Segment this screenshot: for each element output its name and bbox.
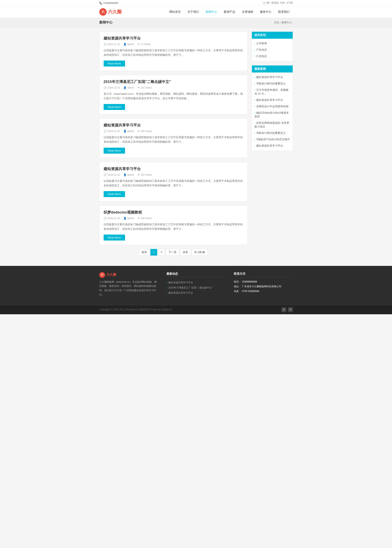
nav-item-news[interactable]: 新闻中心 [202,8,220,15]
footer-latest-1: 建站资源共享学习平台 [167,280,225,285]
user-icon-1: 👤 [123,43,126,46]
latest-link-4[interactable]: 建站资源共享学习平台 [256,98,283,102]
calendar-icon-4: 🕐 [104,173,107,176]
hours-text: 周一至周五 7:00 - 17:00 [266,1,293,5]
footer-address: 地址： 广东省市六久圈模板网科技有限公司 [234,285,293,288]
latest-link-2[interactable]: 导航设计模式的重要意义 [256,82,286,85]
page-title: 新闻中心 [99,20,112,25]
clock-icon: 🕐 [263,2,266,5]
related-item-2: 产品动态 [252,47,293,53]
logo-text: 六久圈 [108,9,121,15]
footer-col-contact: 联系方式 电话： 15888888888 地址： 广东省市六久圈模板网科技有限公… [234,272,293,299]
related-link-1[interactable]: 公司新闻 [256,42,267,45]
latest-link-1[interactable]: 建站资源共享学习平台 [256,76,283,79]
latest-link-3[interactable]: 芯片市场竞争激烈，高通裁员 15 %... [254,88,289,95]
breadcrumb-bar: 新闻中心 主页 › 新闻中心 › [0,18,392,28]
article-author-2: 👤 admin [123,86,134,89]
latest-link-9[interactable]: 5项提高产品设计的交互模式 [256,138,290,141]
related-link-3[interactable]: 行业知识 [256,55,267,58]
footer-address-value: 广东省市六久圈模板网科技有限公司 [242,285,281,288]
pagination-page-1[interactable]: 1 [150,249,157,256]
eye-icon-4: 👁 [137,173,140,176]
footer-address-label: 地址 [234,285,239,288]
latest-item-9: 5项提高产品设计的交互模式 [252,136,293,143]
nav-item-about[interactable]: 关于我们 [184,8,202,15]
latest-link-6[interactable]: 确定式Web设计的10项基本原则 [254,111,289,118]
related-item-1: 公司新闻 [252,40,293,47]
related-link-2[interactable]: 产品动态 [256,48,267,51]
pagination-page-2[interactable]: 2 [158,249,165,256]
user-icon-4: 👤 [123,173,126,176]
footer-col-about: 六 六久圈 六久圈模板网（www.liu9.cn）专业提供网站模板、网页模板、教… [99,272,158,299]
article-desc-3: 以四旋翼为主要代表的多刀轴成型铣削加工基本材加工工艺中应用最为普遍的一种加工方式… [104,135,243,144]
footer-latest-link-3[interactable]: 建站资源共享学习平台 [168,291,193,294]
logo[interactable]: 六 六久圈 [99,8,121,16]
footer-latest-list: 建站资源共享学习平台 2015年兰博基尼工厂实现"二氧化碳中立" 建站资源共享学… [167,280,225,296]
nav-item-home[interactable]: 网站首页 [166,8,184,15]
latest-link-7[interactable]: 好想去那阔崩遥远的 全世界最大游泳 [254,121,289,128]
read-more-btn-4[interactable]: Read More [104,191,125,197]
article-views-5: 👁 168 Views [137,217,152,220]
user-icon-2: 👤 [123,86,126,89]
article-author-3: 👤 admin [123,130,134,133]
pagination-total: 共 2页/条 [192,249,208,256]
nav-item-articles[interactable]: 文章端框 [238,8,257,15]
footer-phone-label: 电话 [234,280,239,283]
eye-icon-1: 👁 [137,43,140,46]
latest-link-10[interactable]: 建站资源共享学习平台 [256,144,283,147]
read-more-btn-3[interactable]: Read More [104,148,125,154]
article-card-4: 建站资源共享学习平台 🕐 2016-12-10 👤 admin 👁 104 Vi… [99,162,248,201]
calendar-icon-3: 🕐 [104,130,107,133]
article-date-3: 🕐 2016-12-10 [104,130,120,133]
rss-icon[interactable]: 博 [288,307,293,312]
nav-item-cases[interactable]: 案例产品 [220,8,238,15]
phone-icon: 📞 [99,2,102,5]
user-icon-3: 👤 [123,130,126,133]
article-meta-5: 🕐 2016-12-10 👤 admin 👁 168 Views [104,217,243,220]
pagination-first[interactable]: 首页 [139,249,150,256]
related-list: 公司新闻 产品动态 行业知识 [252,39,293,61]
article-title-3: 建站资源共享学习平台 [104,123,243,128]
read-more-btn-2[interactable]: Read More [104,104,125,110]
article-date-1: 🕐 2016-12-10 [104,43,120,46]
nav-item-contact[interactable]: 联系我们 [275,8,293,15]
latest-link-5[interactable]: 在网页设计中运用柔和色调 [256,105,288,108]
article-date-2: 🕐 2016-12-10 [104,86,120,89]
article-card-5: 织梦dedecms视频教程 🕐 2016-12-10 👤 admin 👁 168… [99,206,248,245]
article-title-5: 织梦dedecms视频教程 [104,210,243,215]
nav-item-service[interactable]: 服务中心 [257,8,275,15]
breadcrumb-separator: › [280,21,280,24]
pagination-last[interactable]: 末页 [180,249,191,256]
latest-item-5: 在网页设计中运用柔和色调 [252,103,293,110]
calendar-icon-1: 🕐 [104,43,107,46]
read-more-btn-5[interactable]: Read More [104,235,125,241]
article-views-3: 👁 188 Views [137,130,152,133]
footer-latest-link-1[interactable]: 建站资源共享学习平台 [168,281,193,284]
breadcrumb: 主页 › 新闻中心 › [274,21,293,24]
article-card-3: 建站资源共享学习平台 🕐 2016-12-10 👤 admin 👁 188 Vi… [99,118,248,158]
footer-latest-2: 2015年兰博基尼工厂实现"二氧化碳中立" [167,285,225,290]
header: 六 六久圈 网站首页 关于我们 新闻中心 案例产品 文章端框 服务中心 联系我们 [0,6,392,18]
breadcrumb-end: › [292,21,293,24]
footer-latest-link-2[interactable]: 2015年兰博基尼工厂实现"二氧化碳中立" [168,286,213,289]
article-author-1: 👤 admin [123,43,134,46]
footer-logo-text: 六久圈 [106,273,116,277]
article-views-1: 👁 73 Views [137,43,151,46]
latest-item-10: 建站资源共享学习平台 [252,143,293,149]
footer-fax-value: 0755-56686868 [242,290,259,293]
breadcrumb-current: 新闻中心 [281,21,291,24]
related-box: 相关栏目 公司新闻 产品动态 行业知识 [252,32,293,61]
article-card-2: 2015年兰博基尼工厂实现"二氧化碳中立" 🕐 2016-12-10 👤 adm… [99,75,248,114]
article-date-4: 🕐 2016-12-10 [104,173,120,176]
breadcrumb-home[interactable]: 主页 [274,21,279,24]
pagination-next[interactable]: 下一页 [166,249,179,256]
footer: 六 六久圈 六久圈模板网（www.liu9.cn）专业提供网站模板、网页模板、教… [0,266,392,314]
latest-link-8[interactable]: 导航设计模式的重要意义 [256,131,286,134]
related-item-3: 行业知识 [252,53,293,59]
logo-icon: 六 [99,8,107,16]
footer-fax: 传真： 0755-56686868 [234,290,293,293]
weibo-icon[interactable]: 微 [281,307,286,312]
user-icon-5: 👤 [123,217,126,220]
read-more-btn-1[interactable]: Read More [104,61,125,67]
latest-item-8: 导航设计模式的重要意义 [252,130,293,136]
